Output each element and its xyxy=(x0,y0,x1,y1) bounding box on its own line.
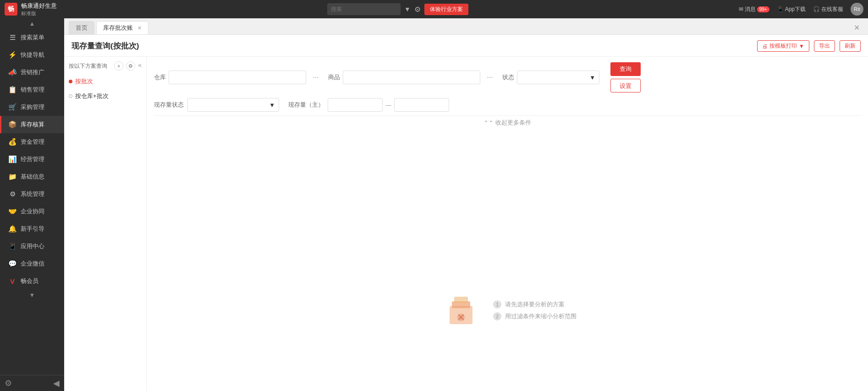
sidebar-settings-icon[interactable]: ⚙ xyxy=(5,378,12,388)
sidebar-label: 新手引导 xyxy=(21,225,44,233)
inventory-status-select[interactable]: ▼ xyxy=(187,98,279,112)
message-icon: ✉ xyxy=(739,6,743,12)
inventory-amount-from[interactable] xyxy=(328,98,383,112)
sidebar-scroll-up[interactable]: ▲ xyxy=(0,18,64,29)
query-button[interactable]: 查询 xyxy=(610,62,641,76)
sidebar-item-vip[interactable]: V 畅会员 xyxy=(0,272,64,290)
sidebar-label: 采购管理 xyxy=(21,103,44,111)
sidebar-label: 搜索菜单 xyxy=(21,33,44,42)
scheme-label: 按仓库+批次 xyxy=(75,92,109,100)
warehouse-input[interactable] xyxy=(169,71,306,84)
sidebar-item-operations[interactable]: 📊 经营管理 xyxy=(0,151,64,168)
tab-inventory-batch[interactable]: 库存批次账 ✕ xyxy=(96,21,148,34)
settings-icon[interactable]: ⚙ xyxy=(414,5,421,14)
inventory-status-label: 现存量状态 xyxy=(154,101,184,109)
messages-badge: 99+ xyxy=(757,6,769,12)
export-button[interactable]: 导出 xyxy=(814,40,835,52)
product-input[interactable] xyxy=(343,71,480,84)
print-dropdown-icon[interactable]: ▼ xyxy=(799,43,804,49)
sidebar-item-finance[interactable]: 💰 资金管理 xyxy=(0,133,64,151)
inventory-amount-to[interactable] xyxy=(394,98,449,112)
user-profile[interactable]: Rit xyxy=(851,3,863,16)
status-dropdown-icon: ▼ xyxy=(589,74,595,81)
sidebar-item-quick-nav[interactable]: ⚡ 快捷导航 xyxy=(0,46,64,64)
product-label: 商品 xyxy=(328,73,340,81)
app-download-btn[interactable]: 📱 App下载 xyxy=(777,5,806,13)
inventory-amount-range: — xyxy=(328,98,449,112)
search-dropdown-icon[interactable]: ▼ xyxy=(404,5,411,13)
tab-home-label: 首页 xyxy=(76,24,88,31)
top-bar-center: ▼ ⚙ 体验行业方案 xyxy=(327,3,468,15)
inventory-amount-label: 现存量（主） xyxy=(288,101,324,109)
filter-area: 仓库 ··· 商品 ··· 状态 xyxy=(147,57,868,229)
tip-2-text: 用过滤条件来缩小分析范围 xyxy=(505,312,577,320)
scheme-item-by-batch[interactable]: 按批次 xyxy=(64,74,146,89)
sidebar-label: 企业协同 xyxy=(21,207,44,216)
product-more-icon[interactable]: ··· xyxy=(483,73,497,81)
tab-home[interactable]: 首页 xyxy=(69,21,94,34)
new-guide-icon: 🔔 xyxy=(8,225,17,233)
printer-icon: 🖨 xyxy=(762,43,768,49)
sidebar-label: 应用中心 xyxy=(21,242,44,250)
sidebar-label: 畅会员 xyxy=(21,277,38,285)
collapse-chevron-icon: ⌃⌃ xyxy=(483,119,494,126)
sidebar-label: 资金管理 xyxy=(21,138,44,146)
sales-icon: 📋 xyxy=(8,86,17,94)
sidebar-item-purchase[interactable]: 🛒 采购管理 xyxy=(0,98,64,116)
collapse-label: 收起更多条件 xyxy=(495,119,531,127)
inventory-status-filter: 现存量状态 ▼ xyxy=(154,98,279,112)
status-select[interactable]: ▼ xyxy=(517,71,599,84)
print-button[interactable]: 🖨 按模板打印 ▼ xyxy=(757,40,809,52)
sidebar-item-new-guide[interactable]: 🔔 新手引导 xyxy=(0,220,64,238)
inactive-dot xyxy=(69,94,72,98)
sidebar-item-enterprise[interactable]: 🤝 企业协同 xyxy=(0,203,64,220)
warehouse-filter: 仓库 ··· xyxy=(154,71,323,84)
messages-btn[interactable]: ✉ 消息 99+ xyxy=(739,5,769,13)
scheme-item-by-warehouse-batch[interactable]: 按仓库+批次 xyxy=(64,89,146,103)
tab-bar: 首页 库存批次账 ✕ ✕ xyxy=(64,18,868,35)
tab-close-icon[interactable]: ✕ xyxy=(137,25,142,31)
page-title: 现存量查询(按批次) xyxy=(71,41,139,51)
empty-tip-2: 2 用过滤条件来缩小分析范围 xyxy=(493,312,577,320)
sidebar-label: 经营管理 xyxy=(21,155,44,163)
search-input[interactable] xyxy=(327,3,401,15)
sidebar-item-inventory[interactable]: 📦 库存核算 xyxy=(0,116,64,133)
add-scheme-button[interactable]: + xyxy=(114,61,123,71)
sidebar-collapse-icon[interactable]: ◀ xyxy=(53,378,60,388)
warehouse-more-icon[interactable]: ··· xyxy=(309,73,323,81)
sidebar-item-search-menu[interactable]: ☰ 搜索菜单 xyxy=(0,29,64,46)
inventory-icon: 📦 xyxy=(8,120,17,129)
operations-icon: 📊 xyxy=(8,155,17,163)
sidebar-item-enterprise-wechat[interactable]: 💬 企业微信 xyxy=(0,255,64,272)
collapse-more-button[interactable]: ⌃⌃ 收起更多条件 xyxy=(154,115,861,130)
sidebar-item-marketing[interactable]: 📣 营销推广 xyxy=(0,64,64,81)
sidebar-item-app-center[interactable]: 📱 应用中心 xyxy=(0,238,64,255)
top-bar-left: 畅 畅康通好生意 标准版 xyxy=(5,2,57,17)
sidebar-item-sales[interactable]: 📋 销售管理 xyxy=(0,81,64,98)
sidebar-label: 销售管理 xyxy=(21,86,44,94)
settings-button[interactable]: 设置 xyxy=(610,79,641,92)
tip-2-num: 2 xyxy=(493,312,501,320)
scheme-label: 按批次 xyxy=(75,77,93,86)
refresh-button[interactable]: 刷新 xyxy=(840,40,861,52)
sidebar-label: 营销推广 xyxy=(21,68,44,76)
active-dot xyxy=(69,80,72,83)
vip-icon: V xyxy=(8,277,17,285)
enterprise-wechat-icon: 💬 xyxy=(8,260,17,268)
sidebar-scroll-down[interactable]: ▼ xyxy=(0,290,64,300)
main-layout: ▲ ☰ 搜索菜单 ⚡ 快捷导航 📣 营销推广 📋 销售管理 🛒 采购管理 📦 库… xyxy=(0,18,868,391)
tip-1-num: 1 xyxy=(493,300,501,309)
trial-button[interactable]: 体验行业方案 xyxy=(424,4,468,15)
sidebar-item-basic-info[interactable]: 📁 基础信息 xyxy=(0,168,64,185)
left-panel-header: 按以下方案查询 + ⚙ « xyxy=(64,61,146,74)
tab-inventory-batch-label: 库存批次账 xyxy=(103,24,133,31)
panel-collapse-button[interactable]: « xyxy=(138,61,142,71)
top-bar-right: ✉ 消息 99+ 📱 App下载 🎧 在线客服 Rit xyxy=(739,3,863,16)
top-bar: 畅 畅康通好生意 标准版 ▼ ⚙ 体验行业方案 ✉ 消息 99+ 📱 App下载… xyxy=(0,0,868,18)
app-title: 畅康通好生意 xyxy=(21,2,57,10)
scheme-settings-button[interactable]: ⚙ xyxy=(126,61,135,71)
sidebar-item-system[interactable]: ⚙ 系统管理 xyxy=(0,185,64,203)
left-panel-title: 按以下方案查询 xyxy=(69,62,107,70)
tab-close-all-icon[interactable]: ✕ xyxy=(850,22,863,34)
online-service-btn[interactable]: 🎧 在线客服 xyxy=(813,5,843,13)
